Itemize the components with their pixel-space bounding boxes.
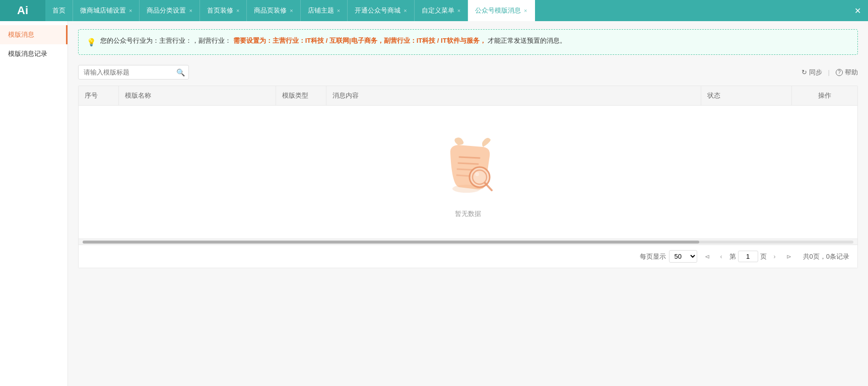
first-page-button[interactable]: ⊲ <box>701 251 713 263</box>
sync-button[interactable]: ↻ 同步 <box>802 68 822 77</box>
page-size-select[interactable]: 50 10 20 100 <box>669 250 697 263</box>
svg-line-1 <box>459 157 480 158</box>
col-header-seq: 序号 <box>79 86 119 105</box>
col-header-content: 消息内容 <box>326 86 701 105</box>
notice-icon: 💡 <box>87 36 96 48</box>
notice-prefix: 您的公众号行业为：主营行业：，副营行业： <box>100 37 231 44</box>
sidebar-item-template-msg[interactable]: 模版消息 <box>0 25 68 44</box>
page-size-wrap: 每页显示 50 10 20 100 <box>640 250 697 263</box>
nav-tab-close-product-decor[interactable]: × <box>290 8 293 14</box>
page-label: 第 <box>729 252 736 261</box>
last-page-button[interactable]: ⊳ <box>783 251 795 263</box>
search-button[interactable]: 🔍 <box>176 68 185 76</box>
nav-tab-home-decor[interactable]: 首页装修 × <box>200 0 247 21</box>
nav-tab-home[interactable]: 首页 <box>45 0 73 21</box>
col-header-status: 状态 <box>701 86 792 105</box>
nav-tab-custom-menu[interactable]: 自定义菜单 × <box>415 0 468 21</box>
notice-box: 💡 您的公众号行业为：主营行业：，副营行业： 需要设置为：主营行业：IT科技 /… <box>78 29 858 55</box>
col-header-type: 模版类型 <box>276 86 326 105</box>
svg-point-8 <box>475 172 479 176</box>
table-header: 序号 模版名称 模版类型 消息内容 状态 操作 <box>79 86 857 106</box>
next-page-button[interactable]: › <box>769 251 781 263</box>
nav-tab-product-decor[interactable]: 商品页装修 × <box>247 0 300 21</box>
page-input[interactable] <box>738 251 758 262</box>
help-button[interactable]: ? 帮助 <box>836 68 858 77</box>
empty-text: 暂无数据 <box>455 209 481 218</box>
main-layout: 模版消息 模版消息记录 💡 您的公众号行业为：主营行业：，副营行业： 需要设置为… <box>0 21 868 386</box>
toolbar-right: ↻ 同步 | ? 帮助 <box>802 68 858 77</box>
svg-line-7 <box>485 183 492 190</box>
search-input-wrap: 🔍 <box>78 65 189 80</box>
page-size-label: 每页显示 <box>640 252 666 261</box>
col-header-name: 模版名称 <box>119 86 276 105</box>
sidebar-item-template-msg-record[interactable]: 模版消息记录 <box>0 44 68 63</box>
scrollbar-track[interactable] <box>83 241 853 244</box>
sync-icon: ↻ <box>802 68 807 76</box>
help-circle-icon: ? <box>836 69 843 76</box>
nav-tab-template-msg[interactable]: 公众号模版消息 × <box>468 0 535 21</box>
svg-line-4 <box>457 175 471 176</box>
nav-tab-close-store-theme[interactable]: × <box>337 8 340 14</box>
nav-tab-close-open-mall[interactable]: × <box>404 8 407 14</box>
nav-tab-close-shop-settings[interactable]: × <box>129 8 132 14</box>
nav-tab-close-home-decor[interactable]: × <box>236 8 239 14</box>
notice-highlight: 需要设置为：主营行业：IT科技 / 互联网|电子商务，副营行业：IT科技 / I… <box>233 37 486 44</box>
nav-tab-close-template-msg[interactable]: × <box>524 8 527 14</box>
top-nav: Ai 首页微商城店铺设置 ×商品分类设置 ×首页装修 ×商品页装修 ×店铺主题 … <box>0 0 868 21</box>
page-navigation: ⊲ ‹ 第 页 › ⊳ <box>701 251 795 263</box>
total-text: 共0页，0条记录 <box>803 252 849 261</box>
prev-page-button[interactable]: ‹ <box>715 251 727 263</box>
nav-tabs: 首页微商城店铺设置 ×商品分类设置 ×首页装修 ×商品页装修 ×店铺主题 ×开通… <box>45 0 847 21</box>
nav-tab-open-mall[interactable]: 开通公众号商城 × <box>348 0 414 21</box>
notice-suffix: 才能正常发送预置的消息。 <box>488 37 566 44</box>
empty-state: 暂无数据 <box>79 106 857 239</box>
empty-illustration <box>435 136 501 201</box>
page-unit: 页 <box>760 252 767 261</box>
svg-line-2 <box>458 163 478 164</box>
close-all-button[interactable]: ✕ <box>847 0 868 21</box>
sidebar: 模版消息 模版消息记录 <box>0 21 68 386</box>
pagination: 每页显示 50 10 20 100 ⊲ ‹ 第 页 › ⊳ <box>79 245 857 268</box>
col-header-action: 操作 <box>792 86 857 105</box>
horizontal-scrollbar[interactable] <box>79 239 857 245</box>
nav-tab-category-settings[interactable]: 商品分类设置 × <box>140 0 199 21</box>
nav-tab-close-category-settings[interactable]: × <box>189 8 192 14</box>
main-content: 💡 您的公众号行业为：主营行业：，副营行业： 需要设置为：主营行业：IT科技 /… <box>68 21 868 386</box>
search-bar: 🔍 ↻ 同步 | ? 帮助 <box>78 65 858 80</box>
nav-tab-shop-settings[interactable]: 微商城店铺设置 × <box>73 0 140 21</box>
nav-tab-close-custom-menu[interactable]: × <box>457 8 460 14</box>
search-input[interactable] <box>78 65 189 80</box>
nav-tab-store-theme[interactable]: 店铺主题 × <box>301 0 348 21</box>
app-logo: Ai <box>0 0 45 21</box>
toolbar-divider: | <box>828 68 830 76</box>
scrollbar-thumb[interactable] <box>83 241 699 244</box>
data-table: 序号 模版名称 模版类型 消息内容 状态 操作 <box>78 86 858 268</box>
